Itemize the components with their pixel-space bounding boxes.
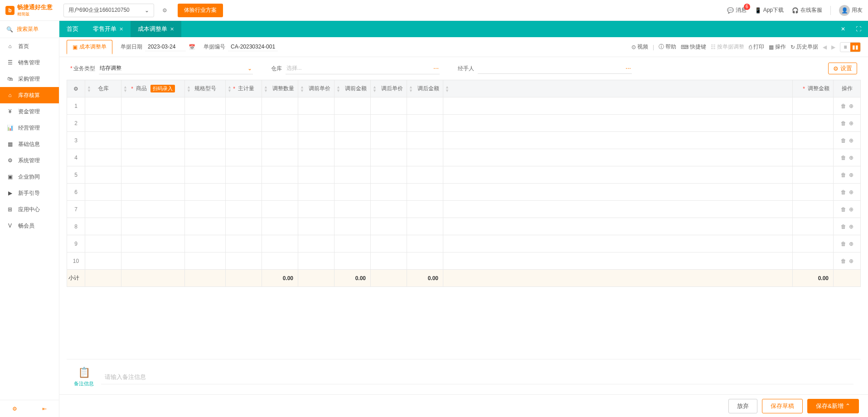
cell[interactable] <box>262 235 298 252</box>
cell[interactable] <box>335 252 371 270</box>
table-row[interactable]: 9🗑⊕ <box>67 235 861 252</box>
operate-link[interactable]: ▦操作 <box>769 43 786 51</box>
cell[interactable] <box>335 218 371 235</box>
cell[interactable] <box>298 201 335 218</box>
cell[interactable] <box>407 201 443 218</box>
delete-icon[interactable]: 🗑 <box>841 223 846 230</box>
add-icon[interactable]: ⊕ <box>849 223 853 230</box>
cell[interactable] <box>371 132 407 149</box>
delete-icon[interactable]: 🗑 <box>841 155 846 161</box>
cell[interactable] <box>226 218 262 235</box>
cell[interactable] <box>793 149 834 166</box>
nav-item-8[interactable]: ▣企业协同 <box>0 169 59 185</box>
cell[interactable] <box>371 149 407 166</box>
video-link[interactable]: ⊙视频 <box>631 43 648 51</box>
delete-icon[interactable]: 🗑 <box>841 137 846 144</box>
cell[interactable] <box>443 132 793 149</box>
cell[interactable] <box>793 132 834 149</box>
cell[interactable] <box>371 235 407 252</box>
cell[interactable] <box>298 132 335 149</box>
table-row[interactable]: 6🗑⊕ <box>67 184 861 201</box>
cell[interactable] <box>335 166 371 184</box>
cell[interactable] <box>793 184 834 201</box>
service-link[interactable]: 🎧 在线客服 <box>792 6 822 14</box>
cell[interactable] <box>121 201 185 218</box>
delete-icon[interactable]: 🗑 <box>841 189 846 195</box>
tab-2[interactable]: 成本调整单✕ <box>131 21 181 37</box>
cell[interactable] <box>226 235 262 252</box>
table-row[interactable]: 5🗑⊕ <box>67 166 861 184</box>
trial-button[interactable]: 体验行业方案 <box>178 4 223 17</box>
nav-item-9[interactable]: ▶新手引导 <box>0 185 59 201</box>
cell[interactable] <box>298 115 335 132</box>
tab-close[interactable]: ✕ <box>119 26 123 32</box>
cell[interactable] <box>185 235 226 252</box>
cell[interactable] <box>443 235 793 252</box>
cell[interactable] <box>121 252 185 270</box>
cell[interactable] <box>226 132 262 149</box>
cell[interactable] <box>262 149 298 166</box>
nav-item-4[interactable]: ¥资金管理 <box>0 103 59 120</box>
cell[interactable] <box>443 252 793 270</box>
nav-item-7[interactable]: ⚙系统管理 <box>0 152 59 169</box>
nav-item-0[interactable]: ⌂首页 <box>0 38 59 54</box>
messages-link[interactable]: 💬 消息 6 <box>727 6 747 14</box>
delete-icon[interactable]: 🗑 <box>841 172 846 178</box>
delete-icon[interactable]: 🗑 <box>841 206 846 213</box>
cell[interactable] <box>121 166 185 184</box>
col-adjqty[interactable]: ▲▼调整数量 <box>262 80 298 97</box>
nav-item-5[interactable]: 📊经营管理 <box>0 120 59 136</box>
warehouse-select[interactable]: 选择... ⋯ <box>286 63 440 74</box>
cell[interactable] <box>262 218 298 235</box>
cell[interactable] <box>335 132 371 149</box>
table-row[interactable]: 8🗑⊕ <box>67 218 861 235</box>
nav-item-3[interactable]: ⌂库存核算 <box>0 87 59 103</box>
handler-select[interactable]: ⋯ <box>478 63 632 74</box>
table-row[interactable]: 1🗑⊕ <box>67 97 861 115</box>
cell[interactable] <box>298 149 335 166</box>
cell[interactable] <box>407 115 443 132</box>
tab-close[interactable]: ✕ <box>170 26 174 32</box>
cell[interactable] <box>793 201 834 218</box>
add-icon[interactable]: ⊕ <box>849 258 853 264</box>
cell[interactable] <box>443 97 793 115</box>
table-row[interactable]: 10🗑⊕ <box>67 252 861 270</box>
cell[interactable] <box>121 184 185 201</box>
cell[interactable] <box>298 97 335 115</box>
cell[interactable] <box>298 252 335 270</box>
table-row[interactable]: 4🗑⊕ <box>67 149 861 166</box>
cell[interactable] <box>371 218 407 235</box>
view-detail[interactable]: ▮▮ <box>850 43 860 52</box>
cell[interactable] <box>407 218 443 235</box>
cell[interactable] <box>185 115 226 132</box>
cell[interactable] <box>85 115 121 132</box>
cell[interactable] <box>443 201 793 218</box>
doc-date-value[interactable]: 2023-03-24 <box>145 43 186 51</box>
cell[interactable] <box>121 149 185 166</box>
add-icon[interactable]: ⊕ <box>849 241 853 247</box>
cell[interactable] <box>298 184 335 201</box>
tab-1[interactable]: 零售开单✕ <box>86 21 131 37</box>
cell[interactable] <box>298 218 335 235</box>
cell[interactable] <box>335 115 371 132</box>
cell[interactable] <box>793 218 834 235</box>
tenant-select[interactable]: 用户690企业1660120750 ⌄ <box>63 4 154 17</box>
cell[interactable] <box>335 149 371 166</box>
cell[interactable] <box>371 201 407 218</box>
cell[interactable] <box>407 132 443 149</box>
cell[interactable] <box>407 97 443 115</box>
cell[interactable] <box>407 149 443 166</box>
view-list[interactable]: ≡ <box>840 43 850 52</box>
cell[interactable] <box>85 184 121 201</box>
perbill-link[interactable]: ☷按单据调整 <box>711 43 744 51</box>
settings-gear[interactable]: ⚙ <box>158 4 171 17</box>
cell[interactable] <box>185 218 226 235</box>
cell[interactable] <box>298 166 335 184</box>
cell[interactable] <box>85 97 121 115</box>
col-spec[interactable]: ▲▼规格型号 <box>185 80 226 97</box>
cell[interactable] <box>121 218 185 235</box>
col-postprice[interactable]: ▲▼调后单价 <box>371 80 407 97</box>
close-all-tabs[interactable]: ✕ <box>836 22 850 36</box>
table-row[interactable]: 2🗑⊕ <box>67 115 861 132</box>
col-postamount[interactable]: ▲▼调后金额 <box>407 80 443 97</box>
